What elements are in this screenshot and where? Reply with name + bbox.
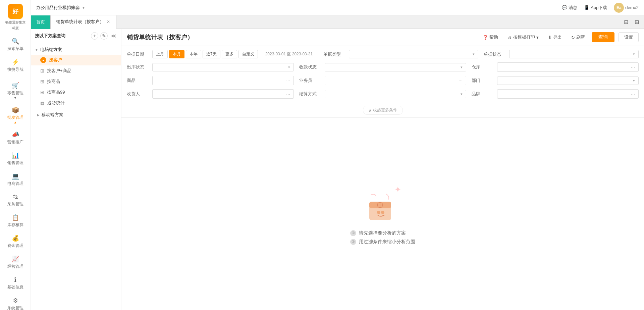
operations-icon: 📈 (12, 255, 19, 263)
scheme-item-label: 按客户 (49, 57, 62, 63)
brand-ellipsis[interactable]: ··· (631, 91, 635, 97)
left-panel-header: 按以下方案查询 + ✎ ≪ (31, 29, 121, 43)
edit-scheme-button[interactable]: ✎ (100, 32, 108, 40)
tab-sales-stat[interactable]: 销货单统计表（按客户） ✕ (51, 15, 116, 29)
message-action[interactable]: 💬 消息 (562, 5, 577, 11)
logo-text: 畅捷通好生意 (5, 20, 25, 24)
export-button[interactable]: ⬇ 导出 (545, 33, 565, 42)
pc-scheme-group-header[interactable]: ▼ 电脑端方案 (31, 45, 121, 55)
sidebar-item-inventory[interactable]: 📋 库存核算 (0, 210, 31, 231)
by-goods99-icon: ⊞ (40, 90, 44, 95)
bill-type-select[interactable]: ▾ (349, 50, 478, 58)
user-profile[interactable]: Ea demo2 (614, 3, 639, 13)
by-customer-icon: ● (40, 57, 46, 63)
department-select[interactable]: ▾ (497, 76, 639, 85)
sidebar-item-label: 零售管理 (7, 90, 23, 96)
sidebar-item-label: 营销推广 (7, 139, 23, 145)
receiver-ellipsis[interactable]: ··· (286, 91, 290, 97)
sidebar-item-purchase[interactable]: 🛍 采购管理 (0, 190, 31, 210)
settings-button[interactable]: 设置 (619, 32, 639, 42)
bill-status-select[interactable]: ▾ (509, 50, 639, 58)
date-btn-custom[interactable]: 自定义 (238, 50, 258, 58)
date-btn-last-month[interactable]: 上月 (152, 50, 168, 58)
sidebar-item-wholesale[interactable]: 📦 批发管理 ▲ (0, 103, 31, 127)
sidebar-item-ecommerce[interactable]: 💻 电商管理 (0, 169, 31, 190)
sidebar-item-finance[interactable]: 💰 资金管理 (0, 231, 31, 252)
left-panel-actions: + ✎ ≪ (91, 32, 117, 40)
scheme-item-label: 按商品99 (47, 89, 65, 95)
warehouse-ellipsis[interactable]: ··· (631, 64, 635, 70)
right-panel-header: 销货单统计表（按客户） ❓ 帮助 🖨 按模板打印 ▾ ⬇ 导出 (121, 29, 644, 46)
print-button[interactable]: 🖨 按模板打印 ▾ (505, 33, 541, 42)
sidebar-item-operations[interactable]: 📈 经营管理 (0, 252, 31, 273)
sidebar-item-basic-info[interactable]: ℹ 基础信息 (0, 273, 31, 294)
date-btn-this-year[interactable]: 本年 (186, 50, 201, 58)
message-icon: 💬 (562, 5, 567, 10)
print-dropdown-icon: ▾ (536, 35, 539, 40)
scheme-item-by-goods99[interactable]: ⊞ 按商品99 (31, 87, 121, 98)
sidebar-item-marketing[interactable]: 📣 营销推广 (0, 127, 31, 148)
main-area: 办公用品行业模拟账套 ▾ 💬 消息 📱 App下载 Ea demo2 首页 销货… (31, 0, 644, 310)
date-buttons: 上月 本月 本年 近7天 更多 自定义 (152, 50, 258, 58)
window-expand-button[interactable]: ⊞ (632, 17, 641, 27)
mobile-scheme-group-label: 移动端方案 (42, 112, 63, 118)
refresh-button[interactable]: ↻ 刷新 (569, 33, 588, 42)
collapse-more-label: 收起更多条件 (373, 107, 397, 113)
mobile-scheme-group[interactable]: ▶ 移动端方案 (31, 110, 121, 120)
sidebar-item-label: 电商管理 (7, 181, 23, 187)
goods-ellipsis[interactable]: ··· (286, 78, 290, 83)
tab-close-icon[interactable]: ✕ (106, 19, 111, 25)
app-download-action[interactable]: 📱 App下载 (584, 5, 607, 11)
receiver-select[interactable]: ··· (152, 89, 294, 99)
add-scheme-button[interactable]: + (91, 32, 98, 40)
salesperson-ellipsis[interactable]: ··· (459, 78, 463, 83)
salesperson-select[interactable]: ··· (325, 76, 466, 85)
scheme-item-label: 按商品 (47, 79, 60, 85)
filter-row-4: 收货人 ··· 结算方式 ▾ 品牌 ··· (127, 89, 639, 99)
tab-home[interactable]: 首页 (31, 15, 51, 29)
sidebar-item-retail[interactable]: 🛒 零售管理 ▼ (0, 79, 31, 103)
sidebar-item-search[interactable]: 🔍 搜索菜单 (0, 34, 31, 55)
scheme-item-by-customer[interactable]: ● 按客户 (31, 55, 121, 65)
date-btn-more[interactable]: 更多 (222, 50, 237, 58)
refresh-icon: ↻ (571, 35, 575, 40)
sidebar-item-label: 库存核算 (7, 222, 23, 228)
sidebar-item-label: 经营管理 (7, 264, 23, 269)
collapse-more-button[interactable]: ∧ 收起更多条件 (363, 106, 403, 115)
finance-icon: 💰 (12, 235, 19, 242)
page-title: 销货单统计表（按客户） (127, 33, 193, 41)
sidebar: 好 畅捷通好生意 标版 🔍 搜索菜单 ⚡ 快捷导航 🛒 零售管理 ▼ 📦 批发管… (0, 0, 31, 310)
warehouse-label: 仓库 (472, 64, 492, 70)
collapse-panel-button[interactable]: ≪ (110, 32, 117, 40)
home-tab-label: 首页 (36, 19, 45, 25)
print-icon: 🖨 (507, 35, 512, 40)
export-icon: ⬇ (548, 35, 552, 40)
window-minimize-button[interactable]: ⊟ (621, 17, 631, 27)
receipt-status-select[interactable]: ▾ (325, 63, 466, 71)
settlement-select[interactable]: ▾ (325, 90, 466, 98)
sidebar-item-quick-nav[interactable]: ⚡ 快捷导航 (0, 55, 31, 76)
query-button[interactable]: 查询 (592, 32, 614, 42)
date-btn-last-7-days[interactable]: 近7天 (203, 50, 220, 58)
sidebar-item-system[interactable]: ⚙ 系统管理 (0, 294, 31, 310)
help-button[interactable]: ❓ 帮助 (480, 33, 501, 42)
settlement-label: 结算方式 (299, 91, 319, 97)
scheme-item-by-goods[interactable]: ⊞ 按商品 (31, 76, 121, 87)
left-panel-title: 按以下方案查询 (35, 33, 65, 39)
by-customer-goods-icon: ⊞ (40, 68, 44, 73)
goods-select[interactable]: ··· (152, 76, 294, 85)
header-actions: ❓ 帮助 🖨 按模板打印 ▾ ⬇ 导出 ↻ 刷新 (480, 32, 639, 42)
out-status-select[interactable]: ▾ (152, 63, 294, 71)
mobile-group-arrow-icon: ▶ (37, 113, 40, 117)
app-logo[interactable]: 好 畅捷通好生意 标版 (0, 0, 31, 34)
receipt-status-label: 收款状态 (299, 64, 319, 70)
warehouse-select[interactable]: ··· (497, 62, 639, 72)
brand-select[interactable]: ··· (497, 89, 639, 99)
scheme-item-by-customer-goods[interactable]: ⊞ 按客户+商品 (31, 65, 121, 76)
scheme-item-return-stat[interactable]: ▦ 退货统计 (31, 98, 121, 108)
sidebar-item-sales[interactable]: 📊 销售管理 (0, 148, 31, 169)
date-btn-this-month[interactable]: 本月 (169, 50, 184, 58)
print-label: 按模板打印 (513, 34, 535, 40)
company-dropdown-icon[interactable]: ▾ (83, 5, 85, 10)
topbar: 办公用品行业模拟账套 ▾ 💬 消息 📱 App下载 Ea demo2 (31, 0, 644, 15)
